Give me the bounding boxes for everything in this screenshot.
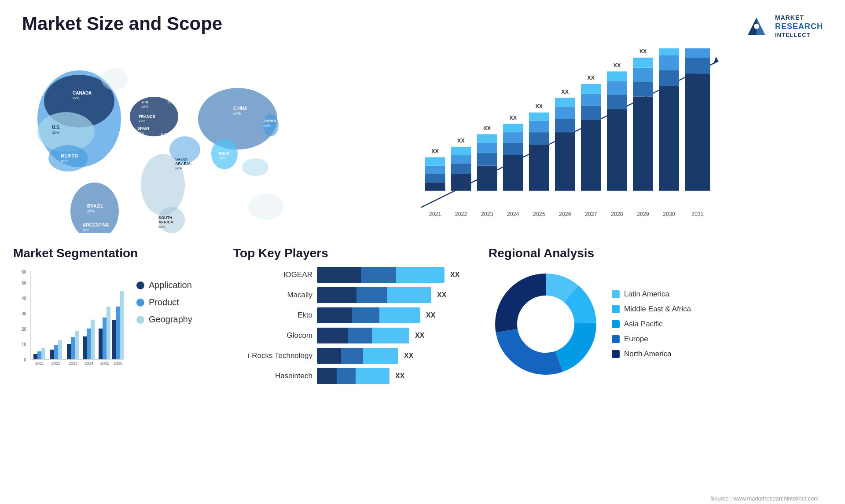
svg-marker-51	[713, 57, 718, 64]
svg-text:ARABIA: ARABIA	[175, 161, 191, 166]
svg-rect-59	[451, 164, 471, 174]
svg-text:XX: XX	[509, 115, 517, 121]
reg-legend-asia: Asia Pacific	[612, 320, 691, 329]
player-name-hasointech: Hasointech	[233, 372, 312, 380]
svg-text:CHINA: CHINA	[233, 106, 247, 111]
players-bars: IOGEAR XX Macally	[233, 267, 480, 384]
svg-rect-148	[116, 307, 120, 359]
svg-point-16	[249, 194, 284, 220]
svg-text:XX: XX	[431, 148, 439, 154]
svg-text:xx%: xx%	[73, 96, 80, 100]
svg-rect-53	[425, 174, 445, 183]
svg-text:2022: 2022	[51, 361, 60, 365]
svg-rect-54	[425, 166, 445, 174]
svg-text:GERMANY: GERMANY	[167, 95, 187, 100]
player-row-macally: Macally XX	[233, 287, 480, 303]
svg-rect-113	[685, 58, 710, 73]
svg-rect-76	[529, 145, 549, 191]
svg-rect-101	[633, 82, 653, 96]
player-row-ekto: Ekto XX	[233, 307, 480, 323]
player-bar-hasointech: XX	[317, 368, 480, 384]
player-row-glocom: Glocom XX	[233, 328, 480, 343]
svg-rect-94	[607, 109, 627, 191]
svg-text:INDIA: INDIA	[219, 151, 230, 156]
svg-rect-65	[477, 153, 497, 166]
segmentation-title: Market Segmentation	[13, 246, 224, 260]
player-bar-ekto: XX	[317, 307, 480, 323]
svg-text:CANADA: CANADA	[73, 91, 92, 95]
svg-rect-96	[607, 81, 627, 94]
svg-text:2023: 2023	[481, 211, 493, 217]
svg-text:60: 60	[22, 270, 27, 274]
svg-text:40: 40	[22, 296, 27, 301]
legend-dot-product	[136, 299, 144, 307]
svg-rect-55	[425, 157, 445, 166]
svg-rect-141	[91, 320, 95, 359]
svg-rect-58	[451, 174, 471, 191]
svg-text:2029: 2029	[637, 211, 649, 217]
seg-chart-container: 0 10 20 30 40 50 60 2021 2022	[13, 267, 224, 377]
player-name-irocks: i-Rocks Technology	[233, 351, 312, 360]
regional-section: Regional Analysis	[489, 246, 832, 384]
svg-rect-88	[581, 120, 601, 191]
world-map-svg: CANADA xx% U.S. xx% MEXICO xx% BRAZIL xx…	[22, 48, 299, 233]
svg-text:XX: XX	[562, 89, 569, 95]
svg-point-17	[101, 68, 128, 90]
svg-rect-145	[107, 307, 110, 359]
svg-text:2030: 2030	[663, 211, 675, 217]
svg-text:xx%: xx%	[83, 228, 90, 232]
svg-text:2027: 2027	[585, 211, 597, 217]
growth-chart-svg: XX 2021 XX 2022 XX	[304, 48, 823, 224]
svg-rect-91	[581, 84, 601, 94]
legend-application: Application	[136, 280, 192, 290]
svg-text:JAPAN: JAPAN	[263, 119, 276, 123]
svg-rect-139	[83, 336, 87, 359]
svg-rect-106	[659, 86, 679, 191]
logo-area: MARKET RESEARCH INTELLECT	[743, 13, 823, 40]
svg-point-156	[519, 298, 572, 351]
map-section: CANADA xx% U.S. xx% MEXICO xx% BRAZIL xx…	[13, 44, 286, 237]
svg-rect-100	[633, 97, 653, 191]
svg-rect-89	[581, 106, 601, 119]
reg-dot-europe	[612, 335, 620, 343]
svg-text:BRAZIL: BRAZIL	[87, 204, 103, 208]
svg-text:2031: 2031	[691, 211, 704, 217]
donut-svg	[489, 267, 603, 381]
reg-dot-latin	[612, 290, 620, 298]
svg-text:2022: 2022	[455, 211, 467, 217]
svg-text:xx%: xx%	[219, 156, 225, 160]
seg-legend: Application Product Geography	[136, 267, 192, 325]
svg-text:xx%: xx%	[137, 131, 144, 135]
svg-text:XX: XX	[536, 103, 543, 110]
svg-rect-143	[99, 329, 103, 359]
svg-text:AFRICA: AFRICA	[158, 220, 173, 224]
svg-rect-112	[685, 73, 710, 191]
svg-text:FRANCE: FRANCE	[139, 114, 155, 119]
source-text: Source : www.marketresearchintellect.com	[710, 495, 819, 502]
svg-text:2021: 2021	[429, 211, 441, 217]
player-row-hasointech: Hasointech XX	[233, 368, 480, 384]
svg-text:XX: XX	[457, 138, 465, 144]
svg-rect-97	[607, 71, 627, 81]
svg-rect-60	[451, 155, 471, 164]
main-grid: CANADA xx% U.S. xx% MEXICO xx% BRAZIL xx…	[0, 44, 845, 237]
svg-text:0: 0	[24, 358, 26, 362]
player-bar-irocks: XX	[317, 348, 480, 364]
regional-legend: Latin America Middle East & Africa Asia …	[612, 290, 691, 358]
svg-text:xx%: xx%	[52, 130, 59, 135]
regional-title: Regional Analysis	[489, 246, 832, 260]
reg-legend-mea: Middle East & Africa	[612, 305, 691, 314]
player-name-macally: Macally	[233, 291, 312, 299]
svg-text:xx%: xx%	[233, 111, 241, 116]
segmentation-chart-svg: 0 10 20 30 40 50 60 2021 2022	[13, 267, 128, 377]
svg-rect-135	[67, 344, 71, 359]
svg-rect-82	[555, 132, 575, 190]
reg-legend-europe: Europe	[612, 335, 691, 343]
player-bar-glocom: XX	[317, 328, 480, 343]
player-row-irocks: i-Rocks Technology XX	[233, 348, 480, 364]
svg-rect-131	[50, 350, 54, 359]
svg-rect-72	[503, 132, 523, 142]
svg-text:xx%: xx%	[139, 119, 145, 123]
svg-text:2023: 2023	[69, 361, 77, 365]
reg-legend-northamerica: North America	[612, 350, 691, 358]
